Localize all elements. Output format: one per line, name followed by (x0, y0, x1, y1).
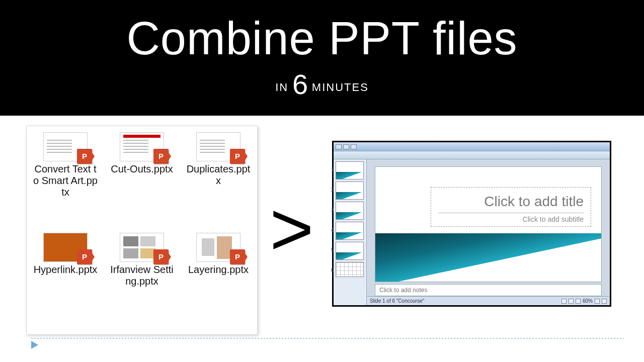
file-name: Convert Text to Smart Art.pptx (33, 163, 98, 198)
status-bar: Slide 1 of 6 "Concourse" 60% (367, 296, 610, 305)
file-item[interactable]: P Hyperlink.pptx (31, 233, 100, 331)
file-name: Layering.pptx (188, 264, 249, 276)
file-item[interactable]: P Cut-Outs.pptx (107, 132, 177, 231)
slide-thumbnail[interactable]: 4 (336, 222, 364, 240)
slide-thumbnail[interactable]: 5 (336, 242, 364, 260)
file-thumbnail: P (120, 233, 164, 262)
file-thumbnail: P (196, 132, 240, 161)
file-item[interactable]: P Irfanview Setting.pptx (107, 233, 177, 331)
view-button[interactable] (576, 299, 581, 304)
title-banner: Combine PPT files IN 6 MINUTES (0, 0, 644, 116)
zoom-in-button[interactable] (602, 299, 607, 304)
file-explorer-panel: P Convert Text to Smart Art.pptx P Cut-O… (26, 126, 258, 335)
slide-thumbnail[interactable]: 3 (336, 202, 364, 220)
main-title: Combine PPT files (0, 12, 644, 65)
video-timeline[interactable] (31, 338, 624, 339)
subtitle: IN 6 MINUTES (0, 68, 644, 101)
file-thumbnail: P (120, 132, 164, 161)
zoom-controls[interactable]: 60% (561, 298, 607, 304)
window-titlebar (334, 142, 610, 151)
file-name: Hyperlink.pptx (34, 264, 98, 276)
window-button[interactable] (336, 144, 342, 149)
file-name: Duplicates.pptx (186, 163, 251, 187)
powerpoint-icon: P (230, 149, 245, 164)
slide-thumbnail-pane[interactable]: 1 2 3 4 5 6 (334, 159, 367, 305)
ppt-body: 1 2 3 4 5 6 Click to add title Click to … (334, 159, 610, 305)
subtitle-number: 6 (292, 68, 308, 100)
title-placeholder[interactable]: Click to add title (438, 194, 584, 210)
title-placeholder-box[interactable]: Click to add title Click to add subtitle (431, 187, 591, 227)
window-button[interactable] (343, 144, 349, 149)
slide-thumbnail[interactable]: 2 (336, 182, 364, 200)
powerpoint-icon: P (77, 249, 92, 264)
slide[interactable]: Click to add title Click to add subtitle (375, 166, 602, 282)
window-button[interactable] (351, 144, 357, 149)
slide-thumbnail[interactable]: 6 (336, 262, 364, 277)
powerpoint-icon: P (153, 149, 169, 164)
powerpoint-icon: P (77, 149, 92, 164)
zoom-level: 60% (583, 298, 593, 304)
slide-canvas: Click to add title Click to add subtitle (367, 159, 610, 282)
slide-canvas-area: Click to add title Click to add subtitle… (367, 159, 610, 305)
file-item[interactable]: P Convert Text to Smart Art.pptx (31, 132, 100, 231)
notes-pane[interactable]: Click to add notes (375, 284, 602, 296)
status-slide-info: Slide 1 of 6 "Concourse" (370, 298, 424, 304)
file-thumbnail: P (43, 233, 88, 262)
file-thumbnail: P (43, 132, 88, 161)
ribbon-bar[interactable] (334, 151, 610, 159)
content-area: P Convert Text to Smart Art.pptx P Cut-O… (0, 116, 644, 362)
file-thumbnail: P (196, 233, 240, 262)
powerpoint-icon: P (153, 249, 169, 264)
powerpoint-icon: P (230, 249, 245, 264)
slide-theme-graphic (375, 233, 601, 282)
view-button[interactable] (569, 299, 574, 304)
zoom-out-button[interactable] (595, 299, 600, 304)
slide-thumbnail[interactable]: 1 (336, 161, 364, 179)
play-icon[interactable] (31, 341, 38, 349)
file-name: Cut-Outs.pptx (111, 163, 173, 175)
file-name: Irfanview Setting.pptx (109, 264, 175, 287)
file-item[interactable]: P Layering.pptx (184, 233, 253, 331)
subtitle-placeholder[interactable]: Click to add subtitle (438, 215, 584, 223)
view-button[interactable] (561, 299, 567, 304)
divider (438, 213, 584, 213)
file-item[interactable]: P Duplicates.pptx (184, 132, 253, 231)
arrow-icon: > (270, 191, 314, 266)
powerpoint-window: 1 2 3 4 5 6 Click to add title Click to … (332, 141, 611, 307)
subtitle-in: IN (275, 81, 288, 94)
subtitle-minutes: MINUTES (312, 81, 369, 94)
